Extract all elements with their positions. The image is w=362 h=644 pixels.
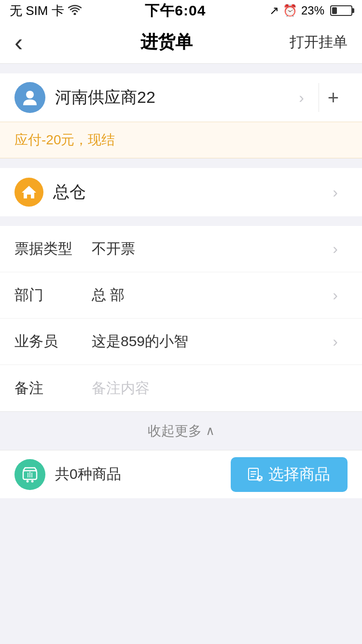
select-product-label: 选择商品 [268, 464, 330, 485]
invoice-type-chevron-icon: › [333, 240, 338, 258]
person-icon [21, 89, 39, 106]
svg-point-0 [73, 13, 76, 15]
warehouse-row[interactable]: 总仓 › [0, 168, 362, 216]
remark-value[interactable]: 备注内容 [77, 378, 348, 398]
page-title: 进货单 [140, 30, 193, 54]
warning-banner: 应付-20元，现结 [0, 122, 362, 158]
department-chevron-icon: › [333, 286, 338, 304]
supplier-section: 河南供应商22 › + 应付-20元，现结 [0, 73, 362, 158]
supplier-add-button[interactable]: + [319, 83, 348, 112]
alarm-icon: ⏰ [283, 4, 297, 17]
select-product-icon [248, 468, 263, 481]
warehouse-name: 总仓 [53, 181, 333, 203]
cart-icon-wrap [14, 459, 45, 490]
back-button[interactable]: ‹ [14, 28, 43, 57]
open-pending-button[interactable]: 打开挂单 [290, 32, 348, 52]
warehouse-icon [21, 184, 37, 200]
status-time: 下午6:04 [145, 1, 206, 21]
salesperson-value: 这是859的小智 [77, 332, 333, 351]
bottom-bar: 共0种商品 选择商品 [0, 450, 362, 498]
section-divider-2 [0, 158, 362, 168]
supplier-chevron-icon: › [299, 89, 304, 107]
warehouse-section: 总仓 › [0, 168, 362, 216]
svg-marker-2 [22, 186, 36, 193]
battery-icon [330, 5, 352, 16]
remark-row[interactable]: 备注 备注内容 [0, 365, 362, 411]
form-section: 票据类型 不开票 › 部门 总 部 › 业务员 这是859的小智 › 备注 备注… [0, 226, 362, 411]
svg-point-1 [26, 91, 34, 98]
supplier-name: 河南供应商22 [55, 86, 299, 109]
collapse-icon: ∧ [206, 423, 215, 438]
cart-icon [21, 466, 39, 483]
section-divider-1 [0, 64, 362, 73]
gray-area [0, 498, 362, 643]
salesperson-row[interactable]: 业务员 这是859的小智 › [0, 319, 362, 365]
department-value: 总 部 [77, 285, 333, 305]
nav-bar: ‹ 进货单 打开挂单 [0, 21, 362, 64]
sim-text: 无 SIM 卡 [10, 2, 64, 19]
product-count: 共0种商品 [55, 464, 231, 484]
warehouse-chevron-icon: › [333, 183, 338, 201]
invoice-type-label: 票据类型 [14, 239, 77, 259]
salesperson-label: 业务员 [14, 332, 77, 351]
svg-point-6 [27, 480, 29, 482]
supplier-avatar [14, 82, 45, 113]
supplier-row[interactable]: 河南供应商22 › + [0, 73, 362, 122]
salesperson-chevron-icon: › [333, 333, 338, 350]
invoice-type-value: 不开票 [77, 239, 333, 259]
warehouse-icon-wrap [14, 178, 43, 207]
select-product-button[interactable]: 选择商品 [231, 457, 348, 492]
department-row[interactable]: 部门 总 部 › [0, 272, 362, 319]
warning-text: 应付-20元，现结 [14, 132, 115, 147]
collapse-text: 收起更多 [148, 422, 202, 440]
collapse-row[interactable]: 收起更多 ∧ [0, 411, 362, 450]
invoice-type-row[interactable]: 票据类型 不开票 › [0, 226, 362, 272]
status-bar: 无 SIM 卡 下午6:04 ↗ ⏰ 23% [0, 0, 362, 21]
remark-label: 备注 [14, 378, 77, 398]
main-content: 河南供应商22 › + 应付-20元，现结 总仓 › [0, 64, 362, 643]
section-divider-3 [0, 216, 362, 226]
wifi-icon [68, 3, 82, 18]
status-left: 无 SIM 卡 [10, 2, 82, 19]
battery-percent: 23% [301, 4, 324, 17]
department-label: 部门 [14, 285, 77, 305]
svg-rect-4 [27, 195, 31, 198]
svg-point-7 [31, 480, 34, 482]
status-right: ↗ ⏰ 23% [269, 4, 352, 17]
location-icon: ↗ [269, 4, 279, 17]
